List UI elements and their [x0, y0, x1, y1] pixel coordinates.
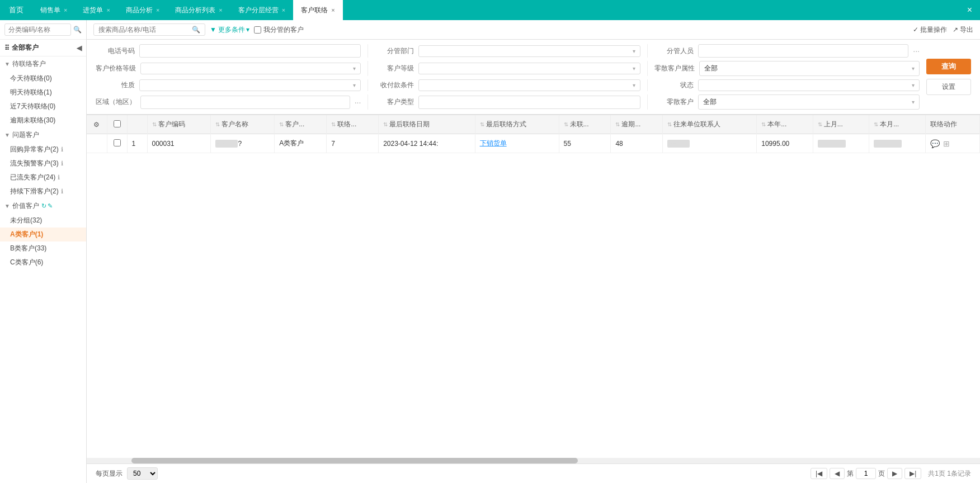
sidebar-item-class-b[interactable]: B类客户(33)	[0, 242, 86, 255]
scatter-attr-select[interactable]: 全部▾	[699, 61, 920, 76]
last-page-button[interactable]: ▶|	[904, 468, 921, 479]
page-nav: |◀ ◀ 第 页 ▶ ▶| 共1页 1条记录	[811, 468, 971, 479]
sidebar-item-today-pending[interactable]: 今天待联络(0)	[0, 72, 86, 86]
sidebar-item-class-a[interactable]: A类客户(1)	[0, 228, 86, 242]
nav-tab-sales[interactable]: 销售单 ×	[32, 0, 75, 20]
phone-input[interactable]	[139, 44, 361, 58]
manager-input[interactable]	[698, 44, 909, 58]
batch-ops-button[interactable]: ✓ 批量操作	[913, 25, 947, 35]
unit-contact-masked: RE .	[667, 140, 690, 148]
filter-search-input[interactable]	[98, 26, 192, 34]
checkmark-icon: ✓	[913, 26, 918, 34]
scatter-select[interactable]: 全部▾	[698, 94, 920, 110]
scatter-label: 零散客户	[654, 97, 694, 107]
row-actions: 💬 ⊞	[925, 134, 979, 153]
sidebar-item-overdue-pending[interactable]: 逾期未联络(30)	[0, 113, 86, 127]
filter-cell-scatter: 零散客户 全部▾	[654, 94, 920, 110]
col-index	[127, 115, 147, 134]
col-action: 联络动作	[925, 115, 979, 134]
table-row: 1 000031 Ea? A类客户 7 2023-04-12 14:44: 下销…	[87, 134, 980, 153]
query-button[interactable]: 查询	[926, 59, 971, 74]
close-all-button[interactable]: ×	[959, 5, 980, 15]
my-customers-checkbox[interactable]	[254, 26, 261, 34]
chevron-status: ▾	[912, 82, 915, 88]
sidebar-item-class-c[interactable]: C类客户(6)	[0, 255, 86, 269]
first-page-button[interactable]: |◀	[811, 468, 827, 479]
filter-search-icon[interactable]: 🔍	[192, 26, 200, 34]
horizontal-scrollbar[interactable]	[87, 458, 980, 463]
col-name: ⇅客户名称	[211, 115, 275, 134]
nav-tab-customer-contact[interactable]: 客户联络 ×	[293, 0, 342, 20]
filter-row-3: 性质 ▾ 收付款条件 ▾	[96, 79, 920, 91]
row-this-month	[869, 134, 925, 153]
sidebar-search-input[interactable]	[4, 23, 71, 36]
col-last-month: ⇅上月...	[813, 115, 869, 134]
payment-select[interactable]: ▾	[418, 79, 640, 91]
next-page-button[interactable]: ▶	[887, 468, 902, 479]
nav-tab-customer-layer[interactable]: 客户分层经营 ×	[230, 0, 293, 20]
page-of-label: 页	[878, 469, 885, 479]
close-tab-product-analysis[interactable]: ×	[156, 7, 159, 13]
sidebar: 🔍 ⠿ 全部客户 ◀ ▼ 待联络客户 今天待联络(0) 明天待联络(1) 近7天…	[0, 20, 87, 483]
sidebar-group-pending[interactable]: ▼ 待联络客户	[0, 56, 86, 72]
sidebar-item-churn-warning[interactable]: 流失预警客户(3) ℹ	[0, 157, 86, 171]
grid-action-icon[interactable]: ⊞	[943, 139, 950, 148]
close-tab-product-list[interactable]: ×	[219, 7, 222, 13]
close-tab-purchase[interactable]: ×	[106, 7, 110, 13]
nav-tab-product-analysis[interactable]: 商品分析 ×	[118, 0, 167, 20]
export-button[interactable]: ↗ 导出	[953, 25, 973, 35]
sidebar-group-value[interactable]: ▼ 价值客户 ↻ ✎	[0, 198, 86, 214]
scrollbar-thumb[interactable]	[131, 458, 578, 463]
filter-more-btn[interactable]: ▼ 更多条件 ▾	[210, 25, 249, 35]
sidebar-group-problem[interactable]: ▼ 问题客户	[0, 127, 86, 143]
close-tab-sales[interactable]: ×	[64, 7, 67, 13]
row-select-checkbox[interactable]	[114, 139, 121, 146]
sidebar-item-tomorrow-pending[interactable]: 明天待联络(1)	[0, 86, 86, 100]
chat-action-icon[interactable]: 💬	[930, 139, 940, 148]
sidebar-item-7day-pending[interactable]: 近7天待联络(0)	[0, 100, 86, 113]
filter-cell-dept: 分管部门 ▾	[375, 45, 640, 57]
filter-cell-region: 区域（地区） ···	[96, 96, 361, 109]
sidebar-item-declining[interactable]: 持续下滑客户(2) ℹ	[0, 184, 86, 198]
region-input[interactable]	[140, 96, 350, 109]
sidebar-item-churned[interactable]: 已流失客户(24) ℹ	[0, 171, 86, 184]
row-last-method: 下销货单	[475, 134, 559, 153]
close-tab-customer-layer[interactable]: ×	[282, 7, 285, 13]
sidebar-item-ungrouped[interactable]: 未分组(32)	[0, 214, 86, 228]
dept-select[interactable]: ▾	[418, 45, 640, 57]
payment-label: 收付款条件	[375, 80, 414, 90]
price-level-select[interactable]: ▾	[140, 63, 361, 74]
nav-tab-purchase[interactable]: 进货单 ×	[75, 0, 117, 20]
sort-icon: ⇅	[152, 121, 157, 127]
set-button[interactable]: 设置	[926, 79, 971, 95]
value-group-edit-icon[interactable]: ✎	[48, 202, 53, 210]
sidebar-item-repurchase-abnormal[interactable]: 回购异常客户(2) ℹ	[0, 143, 86, 157]
sidebar-search-icon[interactable]: 🔍	[73, 26, 82, 34]
last-method-link[interactable]: 下销货单	[480, 139, 507, 147]
search-wrap: 🔍	[93, 23, 205, 36]
region-dots-icon[interactable]: ···	[355, 98, 361, 107]
settings-icon[interactable]: ⚙	[93, 121, 100, 129]
select-all-checkbox[interactable]	[114, 120, 121, 127]
nav-home[interactable]: 首页	[0, 0, 32, 20]
sort-icon-9: ⇅	[667, 121, 672, 127]
sidebar-collapse-icon[interactable]: ◀	[77, 44, 82, 52]
per-page-select[interactable]: 50 100	[127, 467, 158, 480]
chevron-scatter: ▾	[912, 65, 915, 72]
manager-dots-icon[interactable]: ···	[913, 46, 920, 55]
status-select[interactable]: ▾	[698, 79, 920, 91]
row-last-month	[813, 134, 869, 153]
nav-tab-product-list[interactable]: 商品分析列表 ×	[167, 0, 230, 20]
page-number-input[interactable]	[856, 468, 876, 479]
value-group-refresh-icon[interactable]: ↻	[41, 202, 46, 210]
nature-label: 性质	[96, 80, 135, 90]
nature-select[interactable]: ▾	[139, 79, 361, 91]
phone-label: 电话号码	[96, 46, 135, 56]
prev-page-button[interactable]: ◀	[830, 468, 845, 479]
row-type: A类客户	[275, 134, 327, 153]
close-tab-customer-contact[interactable]: ×	[331, 7, 334, 13]
customer-type-input[interactable]	[418, 96, 640, 109]
row-no-contact: 55	[559, 134, 611, 153]
customer-level-select[interactable]: ▾	[418, 63, 640, 74]
col-settings[interactable]: ⚙	[87, 115, 107, 134]
